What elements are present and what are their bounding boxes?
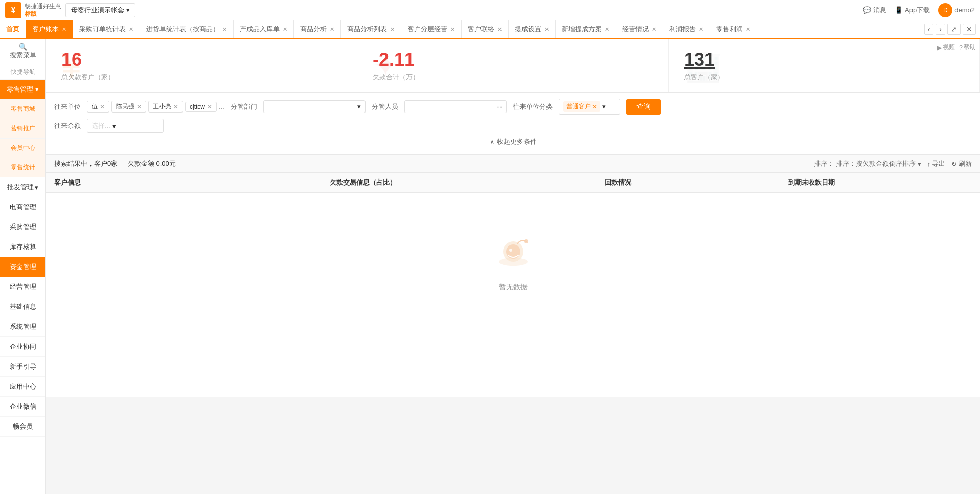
empty-label: 暂无数据 [499, 283, 528, 292]
tab-commission-settings[interactable]: 提成设置 ✕ [509, 20, 556, 38]
tab-add-commission[interactable]: 新增提成方案 ✕ [556, 20, 616, 38]
table-body: 暂无数据 [46, 193, 980, 397]
sidebar-item-enterprise-wechat[interactable]: 企业微信 [0, 397, 45, 417]
person-select[interactable]: ··· [404, 100, 507, 113]
sidebar-item-quick-nav[interactable]: 快捷导航 [0, 64, 45, 80]
balance-select[interactable]: 选择... ▾ [87, 119, 164, 133]
remove-tag-icon[interactable]: ✕ [136, 103, 142, 110]
user-menu[interactable]: D demo2 [938, 3, 975, 17]
close-icon[interactable]: ✕ [605, 26, 609, 33]
refresh-button[interactable]: ↻ 刷新 [951, 159, 972, 168]
person-label: 分管人员 [372, 102, 398, 111]
filter-tag-3[interactable]: cjttcw ✕ [185, 102, 217, 112]
sidebar-item-purchase[interactable]: 采购管理 [0, 217, 45, 237]
sidebar-item-enterprise-collab[interactable]: 企业协同 [0, 337, 45, 357]
nav-close-all-button[interactable]: ✕ [963, 24, 976, 35]
filter-tag-0[interactable]: 伍 ✕ [87, 101, 109, 113]
sidebar-item-wholesale[interactable]: 批发管理 ▾ [0, 177, 45, 197]
close-icon[interactable]: ✕ [330, 26, 334, 33]
nav-next-button[interactable]: › [936, 24, 945, 35]
category-select[interactable]: 普通客户 ✕ ▾ [559, 99, 620, 115]
data-table: 客户信息 欠款交易信息（占比） 回款情况 到期未收款日期 [46, 173, 980, 397]
close-icon[interactable]: ✕ [390, 26, 395, 33]
close-icon[interactable]: ✕ [62, 26, 66, 33]
collapse-button[interactable]: ∧ 收起更多条件 [54, 137, 972, 146]
filter-tag-2[interactable]: 王小亮 ✕ [148, 101, 183, 113]
tab-product-analysis[interactable]: 商品分析 ✕ [294, 20, 341, 38]
sort-select[interactable]: 排序： 排序：按欠款金额倒序排序 ▾ [814, 159, 921, 168]
nav-prev-button[interactable]: ‹ [924, 24, 934, 35]
tab-customer-account[interactable]: 客户账本 ✕ [26, 20, 73, 38]
remove-tag-icon[interactable]: ✕ [207, 103, 212, 110]
tab-operations[interactable]: 经营情况 ✕ [616, 20, 663, 38]
chevron-icon: ▾ [35, 85, 39, 93]
sidebar-item-retail[interactable]: 零售管理 ▾ [0, 80, 45, 100]
sidebar-item-operations[interactable]: 经营管理 [0, 277, 45, 297]
sidebar-item-changhui[interactable]: 畅会员 [0, 417, 45, 437]
remove-tag-icon[interactable]: ✕ [173, 103, 178, 110]
close-icon[interactable]: ✕ [497, 26, 502, 33]
sidebar-item-inventory[interactable]: 库存核算 [0, 237, 45, 257]
card2-value: -2.11 [373, 49, 653, 71]
sidebar-item-new-guide[interactable]: 新手引导 [0, 357, 45, 377]
sidebar-item-search[interactable]: 🔍 搜索菜单 [0, 39, 45, 64]
close-icon[interactable]: ✕ [450, 26, 455, 33]
close-icon[interactable]: ✕ [699, 26, 703, 33]
filter-tag-more[interactable]: ... [219, 103, 224, 110]
sort-label: 排序： [814, 159, 834, 168]
filter-tag-1[interactable]: 陈民强 ✕ [111, 101, 146, 113]
app-download-button[interactable]: 📱 App下载 [895, 6, 930, 15]
remove-tag-icon[interactable]: ✕ [100, 103, 105, 110]
tab-inbound-stats[interactable]: 进货单统计表（按商品） ✕ [140, 20, 234, 38]
phone-icon: 📱 [895, 6, 903, 14]
refresh-icon: ↻ [951, 160, 957, 168]
logo-icon: ¥ [5, 2, 21, 18]
tab-profit-report[interactable]: 利润报告 ✕ [663, 20, 710, 38]
video-button[interactable]: ▶ 视频 [937, 43, 955, 52]
card2-bg-icon: ✦ [373, 48, 398, 83]
dept-select[interactable]: ▾ [263, 100, 366, 113]
sidebar-item-marketing[interactable]: 营销推广 [0, 119, 45, 139]
tab-product-list[interactable]: 商品分析列表 ✕ [341, 20, 401, 38]
org-selector[interactable]: 母婴行业演示帐套 ▾ [65, 3, 135, 17]
sidebar: 🔍 搜索菜单 快捷导航 零售管理 ▾ 零售商城 营销推广 会员中心 零售统计 批… [0, 39, 46, 494]
sidebar-item-system[interactable]: 系统管理 [0, 317, 45, 337]
sidebar-item-retail-mall[interactable]: 零售商城 [0, 100, 45, 119]
tab-retail-profit[interactable]: 零售利润 ✕ [710, 20, 757, 38]
close-icon[interactable]: ✕ [283, 26, 287, 33]
chevron-up-icon: ∧ [490, 138, 495, 146]
remove-category-icon[interactable]: ✕ [592, 103, 597, 110]
category-tag[interactable]: 普通客户 ✕ [563, 101, 600, 112]
dept-label: 分管部门 [231, 102, 257, 111]
card3-value: 131 [684, 49, 964, 71]
close-icon[interactable]: ✕ [129, 26, 133, 33]
sidebar-item-member[interactable]: 会员中心 [0, 139, 45, 158]
close-icon[interactable]: ✕ [746, 26, 750, 33]
col-due-date: 到期未收款日期 [788, 178, 972, 187]
sidebar-item-app-center[interactable]: 应用中心 [0, 377, 45, 397]
sidebar-item-ecommerce[interactable]: 电商管理 [0, 197, 45, 217]
help-button[interactable]: ? 帮助 [959, 43, 976, 52]
sidebar-item-basic-info[interactable]: 基础信息 [0, 297, 45, 317]
tab-product-inbound[interactable]: 产成品入库单 ✕ [234, 20, 294, 38]
top-bar-right: 💬 消息 📱 App下载 D demo2 [863, 3, 975, 17]
nav-tabs: 首页 客户账本 ✕ 采购订单统计表 ✕ 进货单统计表（按商品） ✕ 产成品入库单… [0, 20, 980, 39]
close-icon[interactable]: ✕ [222, 26, 227, 33]
close-icon[interactable]: ✕ [544, 26, 549, 33]
query-button[interactable]: 查询 [626, 99, 661, 115]
close-icon[interactable]: ✕ [652, 26, 656, 33]
sidebar-item-finance[interactable]: 资金管理 [0, 257, 45, 277]
tab-customer-contact[interactable]: 客户联络 ✕ [462, 20, 509, 38]
tab-home[interactable]: 首页 [0, 20, 26, 38]
avatar: D [938, 3, 952, 17]
top-bar-left: ¥ 畅捷通好生意 标版 母婴行业演示帐套 ▾ [5, 2, 135, 18]
message-button[interactable]: 💬 消息 [863, 6, 886, 15]
chevron-down-icon: ▾ [35, 184, 38, 191]
tab-customer-layer[interactable]: 客户分层经营 ✕ [401, 20, 462, 38]
export-button[interactable]: ↑ 导出 [927, 159, 946, 168]
sidebar-item-retail-stats[interactable]: 零售统计 [0, 158, 45, 177]
filter-tags: 伍 ✕ 陈民强 ✕ 王小亮 ✕ cjttcw ✕ ... [87, 101, 224, 113]
nav-expand-button[interactable]: ⤢ [947, 24, 961, 35]
video-help-area: ▶ 视频 ? 帮助 [937, 43, 976, 52]
tab-purchase-order[interactable]: 采购订单统计表 ✕ [73, 20, 140, 38]
